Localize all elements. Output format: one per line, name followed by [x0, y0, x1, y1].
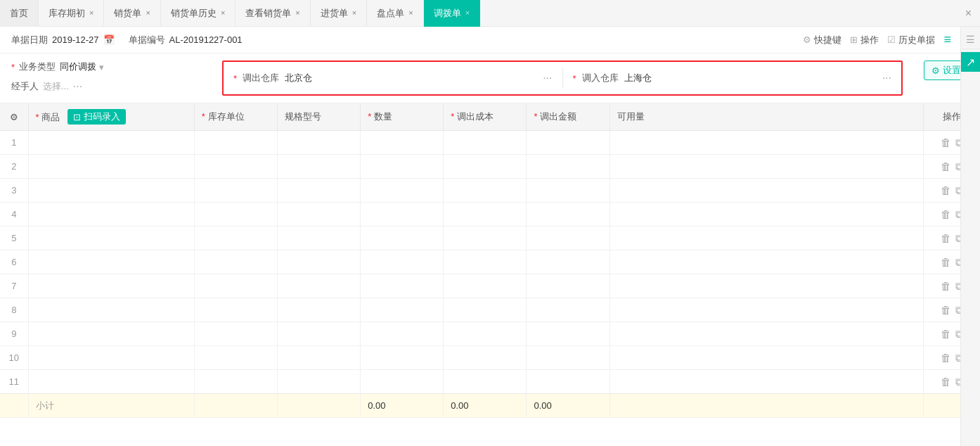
cell-qty[interactable] [361, 179, 444, 203]
cell-unit[interactable] [194, 250, 277, 274]
tab-inventory-init-close[interactable]: × [89, 9, 94, 17]
tab-purchase-close[interactable]: × [352, 9, 356, 17]
cell-product[interactable] [28, 346, 194, 370]
cell-amount[interactable] [527, 203, 610, 227]
cell-cost[interactable] [444, 203, 527, 227]
cell-product[interactable] [28, 250, 194, 274]
cell-spec[interactable] [277, 322, 360, 346]
cell-amount[interactable] [527, 274, 610, 298]
handler-input[interactable]: 选择... [43, 80, 69, 93]
cell-spec[interactable] [277, 274, 360, 298]
tab-view-sales-close[interactable]: × [295, 9, 299, 17]
cell-product[interactable] [28, 274, 194, 298]
cell-spec[interactable] [277, 227, 360, 250]
out-warehouse-value[interactable]: 北京仓 [285, 72, 312, 84]
tab-purchase[interactable]: 进货单 × [311, 0, 367, 27]
cell-cost[interactable] [444, 370, 527, 394]
cell-available[interactable] [610, 322, 923, 346]
delete-icon[interactable]: 🗑 [941, 256, 951, 268]
cell-unit[interactable] [194, 155, 277, 179]
cell-spec[interactable] [277, 346, 360, 370]
cell-qty[interactable] [361, 322, 444, 346]
tab-home[interactable]: 首页 [0, 0, 39, 27]
cell-available[interactable] [610, 155, 923, 179]
delete-icon[interactable]: 🗑 [941, 328, 951, 340]
cell-cost[interactable] [444, 298, 527, 322]
cell-available[interactable] [610, 131, 923, 155]
cell-qty[interactable] [361, 346, 444, 370]
cell-qty[interactable] [361, 250, 444, 274]
business-type-select[interactable]: 同价调拨 ▾ [60, 60, 104, 73]
cell-cost[interactable] [444, 346, 527, 370]
tab-transfer[interactable]: 调拨单 × [424, 0, 480, 27]
in-warehouse-more-icon[interactable]: ··· [882, 72, 891, 84]
delete-icon[interactable]: 🗑 [941, 376, 951, 388]
cell-unit[interactable] [194, 322, 277, 346]
tab-sales-order-close[interactable]: × [146, 9, 150, 17]
sidebar-expand-icon[interactable]: ↗ [961, 52, 981, 72]
cell-amount[interactable] [527, 131, 610, 155]
cell-cost[interactable] [444, 322, 527, 346]
delete-icon[interactable]: 🗑 [941, 304, 951, 316]
cell-available[interactable] [610, 274, 923, 298]
cell-amount[interactable] [527, 298, 610, 322]
cell-unit[interactable] [194, 298, 277, 322]
out-warehouse-more-icon[interactable]: ··· [543, 72, 552, 84]
tab-stocktake-close[interactable]: × [408, 9, 413, 17]
tab-view-sales[interactable]: 查看销货单 × [236, 0, 310, 27]
tab-sales-history-close[interactable]: × [221, 9, 225, 17]
cell-spec[interactable] [277, 370, 360, 394]
cell-product[interactable] [28, 131, 194, 155]
cell-spec[interactable] [277, 155, 360, 179]
cell-amount[interactable] [527, 370, 610, 394]
cell-available[interactable] [610, 346, 923, 370]
tab-transfer-close[interactable]: × [465, 9, 470, 17]
shortcut-btn[interactable]: ⚙ 快捷键 [803, 34, 842, 46]
cell-cost[interactable] [444, 131, 527, 155]
layout-list-btn[interactable]: ≡ [943, 32, 951, 47]
cell-unit[interactable] [194, 179, 277, 203]
cell-cost[interactable] [444, 179, 527, 203]
cell-amount[interactable] [527, 155, 610, 179]
operation-btn[interactable]: ⊞ 操作 [850, 34, 879, 46]
tab-inventory-init[interactable]: 库存期初 × [39, 0, 104, 27]
cell-qty[interactable] [361, 298, 444, 322]
cell-cost[interactable] [444, 155, 527, 179]
cell-spec[interactable] [277, 131, 360, 155]
cell-unit[interactable] [194, 370, 277, 394]
col-gear[interactable]: ⚙ [0, 103, 28, 131]
cell-amount[interactable] [527, 322, 610, 346]
cell-unit[interactable] [194, 203, 277, 227]
cell-available[interactable] [610, 250, 923, 274]
cell-qty[interactable] [361, 155, 444, 179]
cell-spec[interactable] [277, 179, 360, 203]
delete-icon[interactable]: 🗑 [941, 208, 951, 220]
tab-stocktake[interactable]: 盘点单 × [367, 0, 423, 27]
cell-unit[interactable] [194, 346, 277, 370]
delete-icon[interactable]: 🗑 [941, 184, 951, 196]
cell-cost[interactable] [444, 227, 527, 250]
cell-qty[interactable] [361, 274, 444, 298]
cell-unit[interactable] [194, 131, 277, 155]
cell-qty[interactable] [361, 203, 444, 227]
cell-amount[interactable] [527, 179, 610, 203]
cell-cost[interactable] [444, 250, 527, 274]
tab-sales-history[interactable]: 销货单历史 × [161, 0, 236, 27]
scan-button[interactable]: ⊡ 扫码录入 [67, 109, 126, 125]
cell-product[interactable] [28, 322, 194, 346]
cell-qty[interactable] [361, 227, 444, 250]
cell-amount[interactable] [527, 346, 610, 370]
cell-product[interactable] [28, 155, 194, 179]
sidebar-notes-icon[interactable]: ☰ [961, 30, 981, 49]
cell-product[interactable] [28, 203, 194, 227]
cell-spec[interactable] [277, 250, 360, 274]
tab-close-all[interactable]: × [957, 0, 980, 27]
cell-unit[interactable] [194, 227, 277, 250]
cell-spec[interactable] [277, 298, 360, 322]
cell-spec[interactable] [277, 203, 360, 227]
history-btn[interactable]: ☑ 历史单据 [887, 34, 935, 46]
cell-available[interactable] [610, 298, 923, 322]
cell-available[interactable] [610, 203, 923, 227]
delete-icon[interactable]: 🗑 [941, 136, 951, 148]
cell-product[interactable] [28, 179, 194, 203]
